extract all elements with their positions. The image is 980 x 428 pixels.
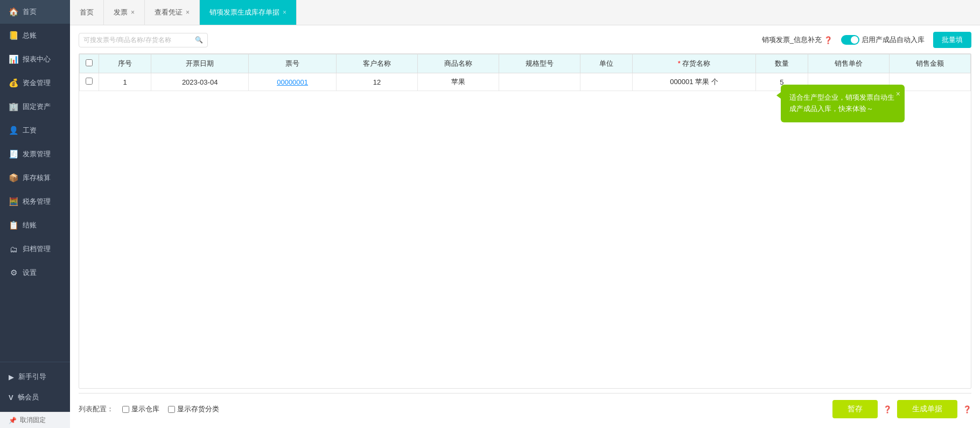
sidebar-item-label: 总账: [23, 31, 37, 40]
col-unit: 单位: [580, 54, 632, 73]
tab-voucher[interactable]: 查看凭证 ×: [145, 0, 200, 25]
footer-list-config-label: 列表配置：: [79, 404, 114, 414]
row-inventory: 000001 苹果 个: [633, 73, 756, 91]
reports-icon: 📊: [9, 54, 18, 64]
sidebar-item-label: 税务管理: [23, 197, 51, 206]
sidebar-item-label: 固定资产: [23, 102, 51, 112]
col-date: 开票日期: [151, 54, 249, 73]
archive-icon: 🗂: [9, 245, 18, 254]
row-checkbox[interactable]: [86, 78, 93, 85]
sidebar-item-guide[interactable]: ▶ 新手引导: [0, 367, 70, 387]
assets-icon: 🏢: [9, 102, 18, 112]
sidebar-item-archive[interactable]: 🗂 归档管理: [0, 237, 70, 261]
tooltip-text: 适合生产型企业，销项发票自动生成产成品入库，快来体验～: [789, 93, 894, 113]
show-inventory-category-checkbox[interactable]: [168, 406, 175, 413]
col-spec: 规格型号: [499, 54, 580, 73]
save-button[interactable]: 暂存: [832, 400, 878, 418]
row-spec: [499, 73, 580, 91]
sidebar-item-label: 库存核算: [23, 173, 51, 183]
sidebar-item-ledger[interactable]: 📒 总账: [0, 24, 70, 47]
tab-invoice[interactable]: 发票 ×: [104, 0, 145, 25]
sidebar: 🏠 首页 📒 总账 📊 报表中心 💰 资金管理 🏢 固定资产 👤 工资 🧾 发票…: [0, 0, 70, 428]
sidebar-item-funds[interactable]: 💰 资金管理: [0, 71, 70, 95]
save-help-icon[interactable]: ❓: [883, 405, 892, 413]
sidebar-item-payroll[interactable]: 👤 工资: [0, 119, 70, 142]
ledger-icon: 📒: [9, 31, 18, 40]
show-warehouse-label: 显示仓库: [131, 404, 159, 414]
settings-icon: ⚙: [9, 268, 18, 278]
row-product: 苹果: [418, 73, 499, 91]
sidebar-item-label: 首页: [23, 7, 37, 17]
sidebar-item-reports[interactable]: 📊 报表中心: [0, 47, 70, 71]
sidebar-item-assets[interactable]: 🏢 固定资产: [0, 95, 70, 119]
payroll-icon: 👤: [9, 126, 18, 135]
table-header-row: 序号 开票日期 票号 客户名称 商品名称 规格型号 单位 存货名称 数量 销售单…: [80, 54, 971, 73]
toolbar-row: 可搜发票号/商品名称/存货名称 🔍 销项发票_信息补充 ❓ 启用产成品自动入库 …: [79, 32, 971, 48]
tab-cancel-invoice-label: 销项发票生成库存单据: [209, 8, 279, 17]
pin-icon: 📌: [9, 417, 17, 424]
info-label-text: 销项发票_信息补充: [762, 35, 822, 45]
info-label-area: 销项发票_信息补充 ❓ 启用产成品自动入库 批量填: [762, 32, 971, 48]
guide-icon: ▶: [9, 373, 14, 381]
sidebar-item-settings[interactable]: ⚙ 设置: [0, 261, 70, 285]
generate-button[interactable]: 生成单据: [897, 400, 957, 418]
sidebar-bottom-label: 新手引导: [18, 372, 46, 382]
sidebar-item-label: 发票管理: [23, 149, 51, 159]
info-question-icon[interactable]: ❓: [824, 36, 832, 44]
sidebar-item-label: 工资: [23, 126, 37, 135]
tab-cancel-invoice[interactable]: 销项发票生成库存单据 ×: [200, 0, 297, 25]
row-customer: 12: [337, 73, 418, 91]
main-content: 首页 发票 × 查看凭证 × 销项发票生成库存单据 × 可搜发票号/商品名称/存…: [70, 0, 980, 428]
show-warehouse-checkbox-label[interactable]: 显示仓库: [122, 404, 159, 414]
show-warehouse-checkbox[interactable]: [122, 406, 129, 413]
sidebar-item-settlement[interactable]: 📋 结账: [0, 213, 70, 237]
footer-buttons: 暂存 ❓ 生成单据 ❓: [832, 400, 971, 418]
col-inventory: 存货名称: [633, 54, 756, 73]
settlement-icon: 📋: [9, 220, 18, 230]
col-seq: 序号: [99, 54, 151, 73]
pin-label: 取消固定: [20, 416, 46, 425]
tooltip-close-button[interactable]: ×: [896, 88, 900, 100]
sidebar-item-inventory[interactable]: 📦 库存核算: [0, 166, 70, 190]
row-checkbox-cell[interactable]: [80, 73, 99, 91]
col-number: 票号: [249, 54, 337, 73]
tab-home[interactable]: 首页: [70, 0, 104, 25]
generate-help-icon[interactable]: ❓: [963, 405, 971, 413]
search-box[interactable]: 可搜发票号/商品名称/存货名称 🔍: [79, 33, 208, 47]
footer-row: 列表配置： 显示仓库 显示存货分类 暂存 ❓ 生成单据 ❓: [79, 393, 971, 422]
col-qty: 数量: [755, 54, 808, 73]
batch-fill-button[interactable]: 批量填: [933, 32, 971, 48]
search-placeholder: 可搜发票号/商品名称/存货名称: [83, 36, 171, 45]
show-inventory-category-checkbox-label[interactable]: 显示存货分类: [168, 404, 219, 414]
sidebar-bottom-label: 畅会员: [18, 392, 39, 402]
vip-icon: V: [9, 394, 13, 402]
sidebar-item-label: 归档管理: [23, 244, 51, 254]
tab-cancel-invoice-close[interactable]: ×: [283, 9, 286, 16]
tab-voucher-close[interactable]: ×: [186, 9, 190, 16]
auto-warehouse-toggle[interactable]: [841, 35, 859, 45]
sidebar-item-label: 报表中心: [23, 54, 51, 64]
tab-invoice-close[interactable]: ×: [131, 9, 135, 16]
invoice-mgmt-icon: 🧾: [9, 149, 18, 159]
pin-row[interactable]: 📌 取消固定: [0, 412, 70, 428]
sidebar-item-label: 资金管理: [23, 78, 51, 88]
col-unit-price: 销售单价: [808, 54, 890, 73]
home-icon: 🏠: [9, 7, 18, 17]
sidebar-item-tax[interactable]: 🧮 税务管理: [0, 190, 70, 213]
select-all-checkbox[interactable]: [86, 59, 93, 66]
inventory-icon: 📦: [9, 173, 18, 183]
tab-bar: 首页 发票 × 查看凭证 × 销项发票生成库存单据 ×: [70, 0, 980, 25]
col-checkbox: [80, 54, 99, 73]
tab-home-label: 首页: [80, 8, 94, 17]
sidebar-item-invoice-mgmt[interactable]: 🧾 发票管理: [0, 142, 70, 166]
row-number[interactable]: 00000001: [249, 73, 337, 91]
sidebar-bottom: ▶ 新手引导 V 畅会员: [0, 362, 70, 412]
search-icon[interactable]: 🔍: [195, 36, 203, 44]
sidebar-item-home[interactable]: 🏠 首页: [0, 0, 70, 24]
sidebar-item-label: 结账: [23, 220, 37, 230]
tax-icon: 🧮: [9, 197, 18, 206]
row-unit: [580, 73, 632, 91]
tab-voucher-label: 查看凭证: [155, 8, 183, 17]
col-customer: 客户名称: [337, 54, 418, 73]
sidebar-item-vip[interactable]: V 畅会员: [0, 387, 70, 408]
